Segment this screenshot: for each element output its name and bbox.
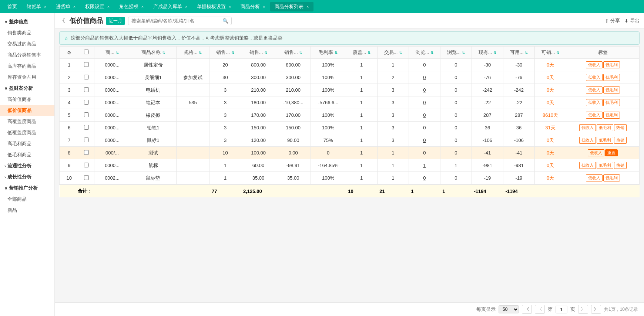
nav-purchase-order[interactable]: 进货单 × (51, 2, 80, 11)
sidebar-item-category-sales[interactable]: 商品分类销售率 (0, 50, 54, 61)
browse1-link[interactable]: 0 (423, 175, 426, 181)
nav-permissions[interactable]: 权限设置 × (81, 2, 114, 11)
per-page-select[interactable]: 50 100 200 (499, 305, 519, 313)
prev-page-btn[interactable]: 〈 (535, 305, 545, 314)
table-row[interactable]: 2 0000... 吴细细1 参加复试 30 300.00 300.00 100… (60, 71, 640, 84)
table-container[interactable]: ⚙ 商... ⇅ 商品名称 ⇅ 规格... ⇅ 销售... ⇅ 销售... ⇅ … (59, 46, 640, 302)
sidebar-group-flow[interactable]: › 流通性分析 (0, 160, 54, 171)
row-checkbox[interactable] (84, 100, 89, 105)
close-icon[interactable]: × (229, 4, 231, 9)
browse1-cell[interactable]: 0 (409, 71, 440, 84)
sidebar-item-high-stock[interactable]: 高库存的商品 (0, 61, 54, 72)
browse1-link[interactable]: 0 (423, 100, 426, 105)
checkbox-cell[interactable] (79, 172, 94, 185)
table-row[interactable]: 4 0000... 笔记本 535 3 180.00 -10,380... -5… (60, 96, 640, 109)
browse1-cell[interactable]: 0 (409, 96, 440, 109)
sidebar-group-marketing[interactable]: ∨ 营销推广分析 (0, 183, 54, 194)
select-all-checkbox[interactable] (84, 50, 89, 54)
checkbox-cell[interactable] (79, 159, 94, 172)
checkbox-cell[interactable] (79, 71, 94, 84)
checkbox-cell[interactable] (79, 84, 94, 96)
col-checkbox[interactable] (79, 47, 94, 59)
last-page-btn[interactable]: 》 (591, 305, 601, 314)
nav-home[interactable]: 首页 (3, 2, 21, 11)
sidebar-group-growth[interactable]: › 成长性分析 (0, 171, 54, 183)
table-row[interactable]: 8 000/... 测试 10 100.00 0.00 0 1 1 0 0 -4… (60, 147, 640, 159)
browse1-cell[interactable]: 0 (409, 147, 440, 159)
export-btn[interactable]: ⬇ 导出 (624, 17, 640, 24)
close-icon[interactable]: × (107, 4, 110, 9)
nav-role-auth[interactable]: 角色授权 × (115, 2, 148, 11)
col-settings[interactable]: ⚙ (60, 47, 79, 59)
table-row[interactable]: 1 0000... 属性定价 20 800.00 800.00 100% 1 1… (60, 59, 640, 71)
share-btn[interactable]: ⇧ 分享 (605, 17, 620, 24)
nav-product-analysis[interactable]: 商品分析 × (236, 2, 269, 11)
row-checkbox[interactable] (84, 125, 89, 130)
tag-recent-btn[interactable]: 近一月 (106, 17, 125, 25)
browse1-cell[interactable]: 0 (409, 122, 440, 134)
next-page-btn[interactable]: 〉 (578, 305, 588, 314)
table-row[interactable]: 6 0000... 铅笔1 3 150.00 150.00 100% 1 3 0… (60, 122, 640, 134)
checkbox-cell[interactable] (79, 59, 94, 71)
sidebar-item-low-coverage[interactable]: 低覆盖度商品 (0, 127, 54, 138)
sidebar-item-all-products[interactable]: 全部商品 (0, 194, 54, 205)
sidebar-item-new-products[interactable]: 新品 (0, 205, 54, 216)
browse1-link[interactable]: 0 (423, 87, 426, 93)
sidebar-item-low-profit[interactable]: 低毛利商品 (0, 149, 54, 160)
row-checkbox[interactable] (84, 175, 89, 180)
table-row[interactable]: 7 0000... 鼠标1 3 120.00 90.00 75% 1 3 0 0… (60, 134, 640, 147)
nav-template-settings[interactable]: 单据模板设置 × (192, 2, 235, 11)
row-checkbox[interactable] (84, 62, 89, 67)
first-page-btn[interactable]: 《 (522, 305, 532, 314)
browse1-cell[interactable]: 0 (409, 109, 440, 122)
browse1-cell[interactable]: 0 (409, 134, 440, 147)
browse1-link[interactable]: 1 (423, 163, 426, 168)
close-icon[interactable]: × (141, 4, 144, 9)
nav-product-inbound[interactable]: 产成品入库单 × (149, 2, 192, 11)
sidebar-item-high-value[interactable]: 高价值商品 (0, 94, 54, 105)
row-checkbox[interactable] (84, 163, 89, 167)
close-icon[interactable]: × (306, 4, 309, 9)
sidebar-item-low-value[interactable]: 低价值商品 (0, 105, 54, 116)
sidebar-item-sales-products[interactable]: 销售类商品 (0, 27, 54, 38)
row-checkbox[interactable] (84, 75, 89, 79)
browse1-link[interactable]: 0 (423, 62, 426, 68)
row-checkbox[interactable] (84, 150, 89, 155)
close-icon[interactable]: × (44, 4, 46, 9)
table-row[interactable]: 10 0002... 鼠标垫 1 35.00 35.00 100% 1 1 0 … (60, 172, 640, 185)
row-checkbox[interactable] (84, 112, 89, 117)
browse1-cell[interactable]: 0 (409, 59, 440, 71)
checkbox-cell[interactable] (79, 147, 94, 159)
sidebar-group-financial[interactable]: ∨ 盈财案分析 (0, 83, 54, 94)
sidebar-item-high-profit[interactable]: 高毛利商品 (0, 138, 54, 149)
search-input[interactable] (131, 18, 222, 24)
close-icon[interactable]: × (73, 4, 76, 9)
checkbox-cell[interactable] (79, 96, 94, 109)
browse1-link[interactable]: 0 (423, 75, 426, 80)
row-checkbox[interactable] (84, 87, 89, 92)
sidebar-item-traded-products[interactable]: 交易过的商品 (0, 38, 54, 50)
browse1-cell[interactable]: 1 (409, 159, 440, 172)
browse1-cell[interactable]: 0 (409, 84, 440, 96)
sidebar-item-stock-capital[interactable]: 库存资金占用 (0, 72, 54, 83)
sidebar-item-high-coverage[interactable]: 高覆盖度商品 (0, 116, 54, 127)
table-row[interactable]: 9 0000... 鼠标 1 60.00 -98.91 -164.85% 1 1… (60, 159, 640, 172)
browse1-cell[interactable]: 0 (409, 172, 440, 185)
browse1-link[interactable]: 0 (423, 112, 426, 118)
row-checkbox[interactable] (84, 137, 89, 142)
close-icon[interactable]: × (263, 4, 265, 9)
close-icon[interactable]: × (185, 4, 187, 9)
collapse-sidebar-btn[interactable]: 《 (59, 17, 65, 25)
table-row[interactable]: 3 0000... 电话机 3 210.00 210.00 100% 1 3 0… (60, 84, 640, 96)
checkbox-cell[interactable] (79, 109, 94, 122)
browse1-link[interactable]: 0 (423, 137, 426, 143)
table-row[interactable]: 5 0000... 橡皮擦 3 170.00 170.00 100% 1 3 0… (60, 109, 640, 122)
nav-product-analysis-list[interactable]: 商品分析列表 × (270, 2, 313, 11)
search-icon[interactable]: 🔍 (222, 18, 228, 24)
checkbox-cell[interactable] (79, 122, 94, 134)
nav-sales-order[interactable]: 销货单 × (22, 2, 51, 11)
browse1-link[interactable]: 0 (423, 150, 426, 156)
page-num-input[interactable] (556, 306, 567, 313)
browse1-link[interactable]: 0 (423, 125, 426, 130)
sidebar-group-overall[interactable]: ∨ 整体信息 (0, 16, 54, 27)
